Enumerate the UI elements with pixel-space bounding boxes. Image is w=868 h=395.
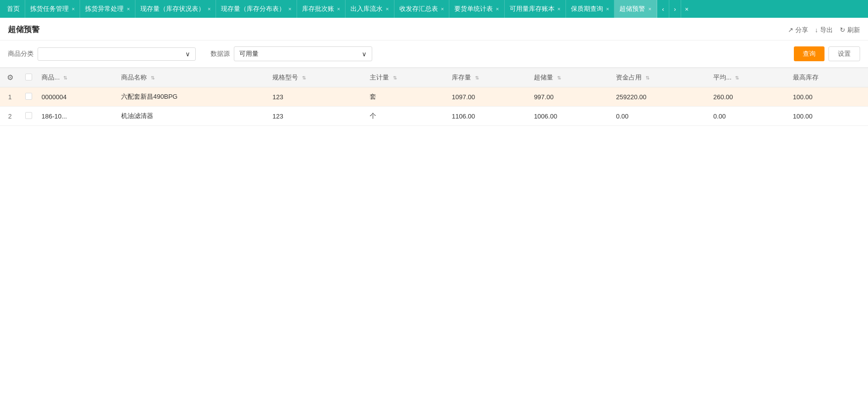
sort-icon-avg[interactable]: ⇅: [735, 75, 739, 80]
col-header-stock[interactable]: 库存量 ⇅: [448, 68, 530, 87]
nav-tab-5[interactable]: 库存批次账 ×: [297, 0, 346, 18]
nav-tab-9[interactable]: 可用量库存账本 ×: [505, 0, 566, 18]
nav-tab-2-label: 拣货异常处理: [85, 4, 124, 13]
cell-checkbox-1[interactable]: [20, 107, 38, 126]
nav-tab-2-close[interactable]: ×: [127, 6, 130, 12]
filter-product-category: 商品分类 ∨: [8, 47, 196, 61]
nav-tab-10-label: 保质期查询: [571, 4, 603, 13]
product-category-select[interactable]: ∨: [38, 47, 196, 61]
nav-tab-10[interactable]: 保质期查询 ×: [566, 0, 614, 18]
sort-icon-overstock[interactable]: ⇅: [557, 75, 561, 80]
header-actions: ↗ 分享 ↓ 导出 ↻ 刷新: [788, 26, 861, 35]
sort-icon-product-name[interactable]: ⇅: [151, 75, 155, 80]
nav-tab-2[interactable]: 拣货异常处理 ×: [80, 0, 135, 18]
cell-spec-1: 123: [268, 107, 366, 126]
cell-product-code-0: 0000004: [38, 87, 117, 107]
nav-tab-10-close[interactable]: ×: [606, 6, 609, 12]
filter-actions: 查询 设置: [794, 46, 860, 61]
col-spec-label: 规格型号: [272, 74, 298, 81]
col-product-code-label: 商品...: [42, 74, 60, 81]
share-icon: ↗: [788, 26, 793, 34]
cell-stock-1: 1106.00: [448, 107, 530, 126]
col-header-max-stock[interactable]: 最高库存: [789, 68, 868, 87]
refresh-label: 刷新: [847, 26, 860, 35]
cell-unit-1: 个: [366, 107, 448, 126]
cell-checkbox-0[interactable]: [20, 87, 38, 107]
nav-tab-1-close[interactable]: ×: [72, 6, 75, 12]
col-header-checkbox[interactable]: [20, 68, 38, 87]
nav-tab-7-close[interactable]: ×: [441, 6, 444, 12]
col-header-capital[interactable]: 资金占用 ⇅: [612, 68, 709, 87]
sort-icon-product-code[interactable]: ⇅: [63, 75, 67, 80]
col-header-unit[interactable]: 主计量 ⇅: [366, 68, 448, 87]
table-container: ⚙ 商品... ⇅ 商品名称 ⇅ 规格型号 ⇅: [0, 68, 868, 126]
nav-tab-11-close[interactable]: ×: [648, 6, 651, 12]
cell-max-stock-1: 100.00: [789, 107, 868, 126]
nav-tab-8-close[interactable]: ×: [496, 6, 499, 12]
cell-index-1: 2: [0, 107, 20, 126]
query-button[interactable]: 查询: [794, 46, 825, 61]
nav-tab-3-label: 现存量（库存状况表）: [140, 4, 205, 13]
page-title: 超储预警: [8, 25, 40, 35]
setting-button[interactable]: 设置: [828, 46, 860, 61]
table-row: 1 0000004 六配套新昌490BPG 123 套 1097.00 997.…: [0, 87, 868, 107]
nav-tab-6-close[interactable]: ×: [386, 6, 389, 12]
sort-icon-unit[interactable]: ⇅: [393, 75, 397, 80]
table-header-row: ⚙ 商品... ⇅ 商品名称 ⇅ 规格型号 ⇅: [0, 68, 868, 87]
nav-tab-7[interactable]: 收发存汇总表 ×: [394, 0, 449, 18]
nav-tab-5-close[interactable]: ×: [337, 6, 340, 12]
header-checkbox[interactable]: [25, 74, 32, 80]
col-stock-label: 库存量: [452, 74, 471, 81]
col-header-product-code[interactable]: 商品... ⇅: [38, 68, 117, 87]
col-unit-label: 主计量: [370, 74, 389, 81]
nav-tab-8-label: 要货单统计表: [454, 4, 493, 13]
nav-tab-3-close[interactable]: ×: [208, 6, 211, 12]
nav-tab-6[interactable]: 出入库流水 ×: [346, 0, 394, 18]
nav-tab-4[interactable]: 现存量（库存分布表） ×: [216, 0, 297, 18]
share-label: 分享: [795, 26, 808, 35]
nav-tab-9-close[interactable]: ×: [558, 6, 561, 12]
col-header-spec[interactable]: 规格型号 ⇅: [268, 68, 366, 87]
col-capital-label: 资金占用: [616, 74, 642, 81]
nav-tab-1[interactable]: 拣货任务管理 ×: [25, 0, 80, 18]
top-nav: 首页 拣货任务管理 × 拣货异常处理 × 现存量（库存状况表） × 现存量（库存…: [0, 0, 868, 18]
row-checkbox-1[interactable]: [25, 112, 32, 119]
datasource-select[interactable]: 可用量 ∨: [234, 46, 372, 61]
nav-arrow-right[interactable]: ›: [669, 0, 681, 18]
nav-arrow-left[interactable]: ‹: [657, 0, 669, 18]
export-button[interactable]: ↓ 导出: [815, 26, 833, 35]
sort-icon-stock[interactable]: ⇅: [475, 75, 479, 80]
col-max-stock-label: 最高库存: [793, 74, 819, 81]
cell-unit-0: 套: [366, 87, 448, 107]
data-table: ⚙ 商品... ⇅ 商品名称 ⇅ 规格型号 ⇅: [0, 68, 868, 126]
share-button[interactable]: ↗ 分享: [788, 26, 808, 35]
cell-index-0: 1: [0, 87, 20, 107]
row-checkbox-0[interactable]: [25, 93, 32, 100]
col-header-overstock[interactable]: 超储量 ⇅: [530, 68, 612, 87]
page-header: 超储预警 ↗ 分享 ↓ 导出 ↻ 刷新: [0, 18, 868, 40]
nav-tab-4-close[interactable]: ×: [288, 6, 291, 12]
cell-max-stock-0: 100.00: [789, 87, 868, 107]
nav-tab-11[interactable]: 超储预警 ×: [614, 0, 656, 18]
nav-tab-1-label: 拣货任务管理: [30, 4, 69, 13]
sort-icon-spec[interactable]: ⇅: [302, 75, 306, 80]
nav-tab-3[interactable]: 现存量（库存状况表） ×: [135, 0, 216, 18]
col-header-gear[interactable]: ⚙: [0, 68, 20, 87]
nav-tab-home[interactable]: 首页: [2, 0, 25, 18]
cell-capital-1: 0.00: [612, 107, 709, 126]
nav-tab-8[interactable]: 要货单统计表 ×: [449, 0, 504, 18]
col-header-product-name[interactable]: 商品名称 ⇅: [117, 68, 268, 87]
nav-arrow-close[interactable]: ×: [681, 0, 693, 18]
sort-icon-capital[interactable]: ⇅: [646, 75, 650, 80]
product-category-label: 商品分类: [8, 49, 34, 58]
page-content: 超储预警 ↗ 分享 ↓ 导出 ↻ 刷新 商品分类 ∨ 数据源: [0, 18, 868, 395]
col-avg-label: 平均...: [713, 74, 732, 81]
table-body: 1 0000004 六配套新昌490BPG 123 套 1097.00 997.…: [0, 87, 868, 126]
gear-icon[interactable]: ⚙: [7, 73, 13, 81]
refresh-button[interactable]: ↻ 刷新: [840, 26, 860, 35]
filter-bar: 商品分类 ∨ 数据源 可用量 ∨ 查询 设置: [0, 40, 868, 68]
chevron-down-icon: ∨: [185, 50, 190, 58]
filter-datasource: 数据源 可用量 ∨: [211, 46, 372, 61]
col-header-avg[interactable]: 平均... ⇅: [709, 68, 789, 87]
nav-tab-home-label: 首页: [7, 4, 20, 13]
